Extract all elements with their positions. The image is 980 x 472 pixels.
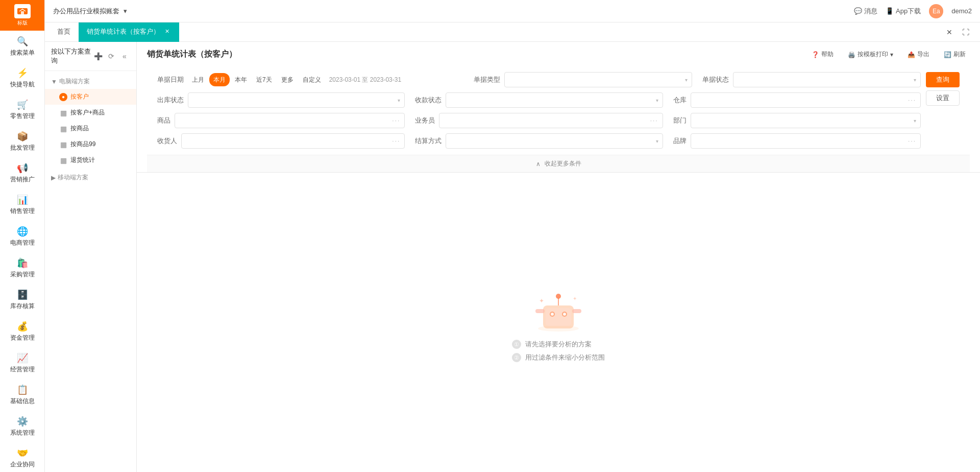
date-buttons: 上月 本月 本年 近7天 更多 自定义 <box>188 73 325 86</box>
collapse-panel-btn[interactable]: « <box>119 51 130 62</box>
tree-item-customer-product[interactable]: ▦ 按客户+商品 <box>45 105 136 121</box>
sidebar-item-inventory[interactable]: 🗄️ 库存核算 <box>0 284 45 316</box>
date-last7-btn[interactable]: 近7天 <box>252 73 276 86</box>
refresh-scheme-btn[interactable]: ⟳ <box>106 51 117 62</box>
product-input[interactable]: ··· <box>175 113 405 128</box>
app-download-icon: 📱 <box>886 7 894 15</box>
sidebar-item-wholesale[interactable]: 📦 批发管理 <box>0 126 45 157</box>
settings-button[interactable]: 设置 <box>926 90 960 106</box>
filter-main: 单据日期 上月 本月 本年 近7天 更多 自定义 <box>157 72 921 149</box>
sidebar-item-label: 资金管理 <box>10 334 35 342</box>
ops-icon: 📈 <box>17 352 28 364</box>
sidebar-item-search-menu[interactable]: 🔍 搜索菜单 <box>0 31 45 62</box>
dept-group: 部门 ▾ <box>673 113 921 128</box>
refresh-btn[interactable]: 🔄 刷新 <box>940 48 970 61</box>
sidebar-item-ecommerce[interactable]: 🌐 电商管理 <box>0 221 45 252</box>
purchase-icon: 🛍️ <box>17 257 28 269</box>
date-last-month-btn[interactable]: 上月 <box>188 73 208 86</box>
help-btn[interactable]: ❓ 帮助 <box>807 48 838 61</box>
tab-bar: 首页 销货单统计表（按客户） ✕ ✕ ⛶ <box>45 22 980 42</box>
left-panel-header: 按以下方案查询 ➕ ⟳ « <box>45 42 136 71</box>
page-title-row: 销货单统计表（按客户） ❓ 帮助 🖨️ 按模板打印 ▾ 📤 <box>147 48 970 61</box>
tree-group-mobile[interactable]: ▶ 移动端方案 <box>45 170 136 185</box>
date-custom-btn[interactable]: 自定义 <box>299 73 325 86</box>
ship-status-input[interactable]: ▾ <box>188 92 405 108</box>
brand-input[interactable]: ··· <box>691 133 921 149</box>
user-avatar[interactable]: Ea <box>929 4 943 18</box>
brand-dots: ··· <box>908 137 916 145</box>
customer-product-icon: ▦ <box>59 109 67 117</box>
page-title: 销货单统计表（按客户） <box>147 49 237 60</box>
page-actions: ❓ 帮助 🖨️ 按模板打印 ▾ 📤 导出 � <box>807 48 970 61</box>
brand-label: 品牌 <box>673 136 687 146</box>
tab-close-btn[interactable]: ✕ <box>163 28 171 36</box>
receiver-input[interactable]: ··· <box>181 133 405 149</box>
message-label: 消息 <box>864 7 877 16</box>
user-initial: Ea <box>933 8 940 15</box>
tab-home-label: 首页 <box>57 27 70 36</box>
tab-sales-stat[interactable]: 销货单统计表（按客户） ✕ <box>79 22 179 42</box>
sidebar-item-sales[interactable]: 📊 销售管理 <box>0 189 45 221</box>
sidebar-item-label: 批发管理 <box>10 144 35 152</box>
wholesale-icon: 📦 <box>17 131 28 142</box>
svg-text:✦: ✦ <box>539 297 544 304</box>
export-btn[interactable]: 📤 导出 <box>903 48 934 61</box>
date-range: 2023-03-01 至 2023-03-31 <box>329 76 401 84</box>
sidebar-item-quick-nav[interactable]: ⚡ 快捷导航 <box>0 62 45 94</box>
print-btn[interactable]: 🖨️ 按模板打印 ▾ <box>844 48 897 61</box>
app-logo: 标版 <box>0 0 45 31</box>
sidebar-item-sys[interactable]: ⚙️ 系统管理 <box>0 411 45 442</box>
export-icon: 📤 <box>908 51 915 58</box>
sidebar-item-marketing[interactable]: 📢 营销推广 <box>0 157 45 189</box>
sidebar-item-purchase[interactable]: 🛍️ 采购管理 <box>0 252 45 284</box>
sidebar-item-finance[interactable]: 💰 资金管理 <box>0 316 45 347</box>
sidebar-item-basic[interactable]: 📋 基础信息 <box>0 379 45 411</box>
logo-text: 标版 <box>17 19 28 27</box>
tree-item-label: 按客户+商品 <box>70 108 105 117</box>
tree-item-by-product[interactable]: ▦ 按商品 <box>45 121 136 136</box>
tab-maximize-btn[interactable]: ⛶ <box>960 26 972 38</box>
doc-type-input[interactable]: ▾ <box>504 72 692 87</box>
sidebar-item-enterprise[interactable]: 🤝 企业协同 <box>0 442 45 472</box>
date-more-btn[interactable]: 更多 <box>277 73 298 86</box>
tree-item-label: 按商品 <box>70 124 89 133</box>
query-button[interactable]: 查询 <box>926 72 960 87</box>
empty-tip-2: ② 用过滤条件来缩小分析范围 <box>512 353 605 362</box>
warehouse-dots: ··· <box>908 97 916 104</box>
title-dropdown[interactable]: ▾ <box>124 7 127 15</box>
tree-group-desktop[interactable]: ▼ 电脑端方案 <box>45 74 136 89</box>
tab-home[interactable]: 首页 <box>49 22 79 42</box>
dept-input[interactable]: ▾ <box>691 113 921 128</box>
payment-method-input[interactable]: ▾ <box>446 133 663 149</box>
marketing-icon: 📢 <box>17 162 28 174</box>
message-btn[interactable]: 💬 消息 <box>854 7 877 16</box>
warehouse-input[interactable]: ··· <box>691 92 921 108</box>
tree-item-label: 退货统计 <box>70 156 95 164</box>
top-bar-left: 办公用品行业模拟账套 ▾ <box>53 7 127 16</box>
retail-icon: 🛒 <box>17 99 28 110</box>
date-this-month-btn[interactable]: 本月 <box>209 73 230 86</box>
tab-close-window-btn[interactable]: ✕ <box>943 26 955 38</box>
empty-illustration: ✦ ✦ <box>528 282 589 334</box>
doc-status-input[interactable]: ▾ <box>733 72 921 87</box>
app-download-label: App下载 <box>896 7 921 16</box>
payment-method-group: 结算方式 ▾ <box>415 133 663 149</box>
tree-item-product-99[interactable]: ▦ 按商品99 <box>45 136 136 152</box>
salesperson-input[interactable]: ··· <box>439 113 663 128</box>
help-label: 帮助 <box>821 50 834 59</box>
tree-item-by-customer[interactable]: ● 按客户 <box>45 89 136 105</box>
date-this-year-btn[interactable]: 本年 <box>231 73 251 86</box>
payment-status-input[interactable]: ▾ <box>446 92 663 108</box>
content-area: 按以下方案查询 ➕ ⟳ « ▼ 电脑端方案 ● 按客户 ▦ <box>45 42 980 472</box>
tree-item-return-stat[interactable]: ▦ 退货统计 <box>45 152 136 168</box>
sidebar-item-retail[interactable]: 🛒 零售管理 <box>0 94 45 126</box>
sidebar-item-ops[interactable]: 📈 经营管理 <box>0 347 45 379</box>
payment-arrow-icon: ▾ <box>656 98 658 103</box>
product-label: 商品 <box>157 116 170 125</box>
app-download-btn[interactable]: 📱 App下载 <box>886 7 921 16</box>
collapse-bar[interactable]: ∧ 收起更多条件 <box>147 155 970 172</box>
empty-tip-1-text: 请先选择要分析的方案 <box>525 340 592 349</box>
filter-grid: 单据日期 上月 本月 本年 近7天 更多 自定义 <box>157 72 960 149</box>
add-scheme-btn[interactable]: ➕ <box>92 51 104 62</box>
page-header: 销货单统计表（按客户） ❓ 帮助 🖨️ 按模板打印 ▾ 📤 <box>137 42 980 173</box>
